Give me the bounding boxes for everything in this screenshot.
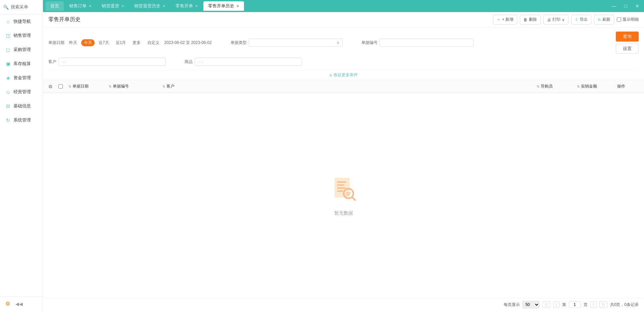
sidebar-item-label: 库存核算 [13,61,31,67]
order-no-input[interactable] [380,39,474,47]
basic-info-icon: ⊟ [5,103,11,109]
inventory-icon: ▣ [5,61,11,66]
th-order-no[interactable]: ⇅ 单据编号 [106,84,160,89]
th-customer-label: 客户 [166,84,175,89]
tab-sales-return[interactable]: 销货退货 ✕ [97,1,129,11]
per-page-select[interactable]: 50 100 200 [523,301,540,308]
date-pill-7days[interactable]: 近7天 [96,39,112,46]
add-icon: ＋ [497,17,501,22]
add-button[interactable]: ＋ + 新增 [493,15,517,24]
settings-button[interactable]: 设置 [616,44,639,54]
show-detail-label: 显示明细 [623,17,639,22]
refresh-button[interactable]: ↻ 刷新 [594,15,614,24]
sidebar-bottom: ⚙ ◀◀ [0,296,43,311]
first-page-button[interactable]: ⟨⟨ [542,301,550,308]
th-checkbox[interactable] [56,84,66,89]
th-customer-sort-icon: ⇅ [162,85,165,88]
th-guide-sort-icon: ⇅ [537,85,539,88]
page-number-input[interactable] [569,301,581,308]
export-button[interactable]: ⇧ 导出 [571,15,591,24]
sidebar-item-basic-info[interactable]: ⊟ 基础信息 [0,99,43,113]
last-page-button[interactable]: ⟩⟩ [599,301,607,308]
prev-page-button[interactable]: ⟨ [553,301,559,308]
table-header: ⚙ ⇅ 单据日期 ⇅ 单据编号 ⇅ 客户 ⇅ [43,80,644,93]
sidebar-item-business-mgmt[interactable]: ◇ 经营管理 [0,85,43,99]
sidebar-item-sales-mgmt[interactable]: ◫ 销售管理 [0,29,43,43]
sidebar-search-label: 搜索采单 [11,4,28,10]
th-settings[interactable]: ⚙ [46,84,56,89]
collapse-sidebar-icon[interactable]: ◀◀ [15,301,23,307]
collapse-up-icon: ∧ [329,73,332,77]
close-button[interactable]: ✕ [633,3,641,9]
tab-sales-order-label: 销售订单 [69,3,87,9]
query-button[interactable]: 查询 [616,32,639,42]
tab-home-label: 首页 [50,3,59,9]
customer-placeholder: ··· [61,59,67,64]
next-page-button[interactable]: ⟩ [590,301,597,308]
customer-select[interactable]: ··· [58,58,166,66]
svg-rect-1 [337,181,346,183]
filter-row-1: 单据日期 昨天 今天 近7天 近1月 更多 自定义 2023-06-02 至 2… [48,32,639,54]
tab-sales-order[interactable]: 销售订单 ✕ [64,1,96,11]
content-area: 零售开单历史 ＋ + 新增 🗑 🗑 删除 删除 🖨 打印 ∨ ⇧ 导出 ↻ [43,12,644,311]
svg-line-6 [352,197,355,200]
date-filter: 单据日期 昨天 今天 近7天 近1月 更多 自定义 2023-06-02 至 2… [48,39,212,46]
purchase-mgmt-icon: ◻ [5,47,11,52]
collapse-filter-bar[interactable]: ∧ 收起更多条件 [48,70,639,80]
tab-sales-return-close[interactable]: ✕ [121,4,124,8]
th-date[interactable]: ⇅ 单据日期 [66,84,106,89]
delete-button[interactable]: 🗑 🗑 删除 删除 [520,15,541,24]
date-pill-today[interactable]: 今天 [81,39,95,46]
maximize-button[interactable]: □ [623,3,629,9]
search-icon: 🔍 [3,5,9,10]
tab-retail-open-history-close[interactable]: ✕ [236,4,239,8]
goods-select[interactable]: ··· [195,58,302,66]
empty-text: 暂无数据 [334,210,353,216]
sidebar-item-inventory[interactable]: ▣ 库存核算 [0,57,43,71]
th-action-label: 操作 [617,84,625,89]
th-customer[interactable]: ⇅ 客户 [160,84,534,89]
order-type-select[interactable]: ∨ [249,39,343,47]
sidebar-item-system-mgmt[interactable]: ↻ 系统管理 [0,113,43,127]
order-type-label: 单据类型 [231,40,247,46]
th-amount[interactable]: ⇅ 实销金额 [574,84,614,89]
th-guide[interactable]: ⇅ 导购员 [534,84,574,89]
table-gear-icon[interactable]: ⚙ [48,84,53,89]
date-pill-custom[interactable]: 自定义 [145,39,162,46]
tab-sales-return-label: 销货退货 [102,3,119,9]
sidebar-item-quick-nav[interactable]: ⌂ 快捷导航 [0,14,43,29]
customer-filter: 客户 ··· [48,58,166,66]
date-range-value: 2023-06-02 至 2023-06-02 [164,40,211,46]
tab-sales-return-history[interactable]: 销货退货历史 ✕ [130,1,170,11]
sidebar-item-purchase-mgmt[interactable]: ◻ 采购管理 [0,43,43,57]
tab-retail-open[interactable]: 零售开单 ✕ [171,1,203,11]
order-type-filter: 单据类型 ∨ [231,39,343,47]
sidebar-item-finance[interactable]: ◈ 资金管理 [0,71,43,85]
show-detail-checkbox[interactable] [617,17,621,22]
delete-icon: 🗑 [524,17,528,22]
date-pill-more[interactable]: 更多 [130,39,143,46]
date-pills: 昨天 今天 近7天 近1月 更多 自定义 [66,39,162,46]
tab-retail-open-close[interactable]: ✕ [195,4,198,8]
print-dropdown-icon: ∨ [562,17,565,22]
settings-icon[interactable]: ⚙ [5,301,10,307]
filter-area: 单据日期 昨天 今天 近7天 近1月 更多 自定义 2023-06-02 至 2… [43,28,644,80]
minimize-button[interactable]: — [610,3,618,9]
show-detail-checkbox-label[interactable]: 显示明细 [617,17,639,22]
sidebar-search[interactable]: 🔍 搜索采单 [0,0,43,14]
page-label-post: 页 [584,302,588,308]
date-pill-1month[interactable]: 近1月 [113,39,129,46]
tab-home[interactable]: 首页 [46,1,64,11]
th-date-sort-icon: ⇅ [68,85,71,88]
sidebar: 🔍 搜索采单 ⌂ 快捷导航 ◫ 销售管理 ◻ 采购管理 ▣ 库存核算 ◈ 资金管… [0,0,43,311]
print-button[interactable]: 🖨 打印 ∨ [543,15,568,24]
svg-rect-7 [346,193,351,194]
page-title: 零售开单历史 [48,16,490,23]
date-pill-yesterday[interactable]: 昨天 [66,39,80,46]
tab-sales-return-history-close[interactable]: ✕ [162,4,165,8]
svg-rect-2 [337,184,344,186]
tab-sales-order-close[interactable]: ✕ [89,4,92,8]
select-all-checkbox[interactable] [58,84,63,89]
tab-retail-open-history[interactable]: 零售开单历史 ✕ [203,1,244,11]
goods-filter: 商品 ··· [185,58,302,66]
